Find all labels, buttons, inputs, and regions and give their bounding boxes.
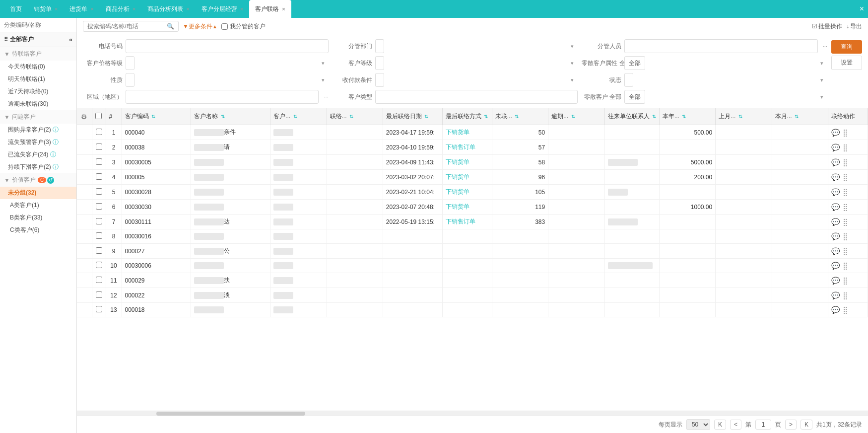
search-submit-icon[interactable]: 🔍	[167, 23, 174, 30]
refresh-icon[interactable]: ↺	[47, 177, 54, 184]
last-method-link[interactable]: 下销货单	[446, 158, 469, 165]
row-checkbox[interactable]	[96, 291, 102, 298]
prev-page-button[interactable]: <	[730, 420, 741, 430]
grid-icon[interactable]: ⣿	[843, 232, 848, 240]
retail-attr-select[interactable]: 全部	[624, 56, 645, 70]
row-checkbox[interactable]	[96, 188, 102, 195]
select-all-checkbox[interactable]	[95, 113, 102, 119]
more-btn[interactable]: ···	[324, 94, 328, 100]
last-method-link[interactable]: 下销售订单	[446, 144, 475, 150]
category-search-input[interactable]	[4, 21, 77, 28]
chat-icon[interactable]: 💬	[831, 173, 840, 181]
all-customers-item[interactable]: ⠿ 全部客户 «	[0, 32, 76, 47]
sidebar-item-class-c[interactable]: C类客户(6)	[0, 224, 76, 236]
next-page-button[interactable]: >	[785, 420, 797, 430]
retail-select[interactable]: 全部	[624, 90, 645, 104]
chat-icon[interactable]: 💬	[831, 188, 840, 196]
grid-icon[interactable]: ⣿	[843, 218, 848, 226]
page-number-input[interactable]	[755, 420, 771, 430]
grid-icon[interactable]: ⣿	[843, 129, 848, 137]
grid-icon[interactable]: ⣿	[843, 158, 848, 166]
grid-icon[interactable]: ⣿	[843, 262, 848, 270]
row-checkbox[interactable]	[96, 129, 102, 135]
nature-select[interactable]	[126, 73, 134, 87]
close-icon[interactable]: ×	[133, 6, 135, 12]
customer-type-input[interactable]	[375, 90, 578, 104]
close-icon[interactable]: ×	[240, 6, 243, 12]
chat-icon[interactable]: 💬	[831, 247, 840, 255]
chat-icon[interactable]: 💬	[831, 129, 840, 137]
sidebar-item-class-a[interactable]: A类客户(1)	[0, 199, 76, 212]
person-input[interactable]	[624, 39, 817, 53]
grid-icon[interactable]: ⣿	[843, 291, 848, 299]
more-btn[interactable]: ···	[823, 43, 827, 49]
row-checkbox[interactable]	[96, 247, 102, 254]
grid-icon[interactable]: ⣿	[843, 188, 848, 196]
chat-icon[interactable]: 💬	[831, 232, 840, 240]
last-method-link[interactable]: 下销售订单	[446, 218, 475, 225]
chat-icon[interactable]: 💬	[831, 158, 840, 166]
close-icon[interactable]: ×	[55, 6, 58, 12]
chat-icon[interactable]: 💬	[831, 306, 840, 314]
row-checkbox[interactable]	[96, 306, 102, 312]
per-page-select[interactable]: 50	[686, 419, 710, 430]
grid-icon[interactable]: ⣿	[843, 306, 848, 314]
tab-sales[interactable]: 销货单 ×	[28, 0, 64, 18]
chat-icon[interactable]: 💬	[831, 262, 840, 270]
tab-product-analysis-list[interactable]: 商品分析列表 ×	[141, 0, 195, 18]
last-method-link[interactable]: 下销货单	[446, 188, 469, 195]
chat-icon[interactable]: 💬	[831, 291, 840, 299]
export-button[interactable]: ↓ 导出	[846, 22, 862, 31]
customer-level-select[interactable]	[375, 56, 384, 70]
tab-purchase[interactable]: 进货单 ×	[64, 0, 99, 18]
last-method-link[interactable]: 下销货单	[446, 173, 469, 180]
more-conditions-button[interactable]: ▼ 更多条件 ▲	[183, 22, 217, 31]
sidebar-item-overdue-contact[interactable]: 逾期未联络(30)	[0, 98, 76, 110]
sidebar-item-7day-pending[interactable]: 近7天待联络(0)	[0, 85, 76, 98]
gear-icon[interactable]: ⚙	[81, 113, 87, 121]
phone-input[interactable]	[126, 39, 329, 53]
tab-home[interactable]: 首页	[4, 0, 28, 18]
row-checkbox[interactable]	[96, 277, 102, 283]
sidebar-item-class-b[interactable]: B类客户(33)	[0, 212, 76, 224]
my-customers-check[interactable]	[221, 23, 228, 30]
tab-customer-segmentation[interactable]: 客户分层经营 ×	[196, 0, 249, 18]
horizontal-scrollbar[interactable]	[77, 411, 868, 416]
tab-customer-contact[interactable]: 客户联络 ×	[249, 0, 291, 18]
grid-icon[interactable]: ⣿	[843, 144, 848, 151]
row-checkbox[interactable]	[96, 173, 102, 180]
dept-select[interactable]	[375, 39, 384, 53]
row-checkbox[interactable]	[96, 203, 102, 210]
close-icon[interactable]: ×	[90, 6, 93, 12]
row-checkbox[interactable]	[96, 262, 102, 268]
last-method-link[interactable]: 下销货单	[446, 129, 469, 136]
my-customers-checkbox[interactable]: 我分管的客户	[221, 22, 266, 31]
grid-icon[interactable]: ⣿	[843, 247, 848, 255]
last-method-link[interactable]: 下销货单	[446, 203, 469, 210]
first-page-button[interactable]: K	[714, 420, 726, 430]
sidebar-item-churned[interactable]: 已流失客户(24) ⓘ	[0, 148, 76, 161]
chat-icon[interactable]: 💬	[831, 218, 840, 226]
chat-icon[interactable]: 💬	[831, 277, 840, 285]
query-button[interactable]: 查询	[831, 40, 862, 54]
price-level-select[interactable]	[126, 56, 134, 70]
sidebar-item-unassigned[interactable]: 未分组(32)	[0, 187, 76, 199]
last-page-button[interactable]: K	[801, 420, 812, 430]
grid-icon[interactable]: ⣿	[843, 203, 848, 211]
window-close-button[interactable]: ×	[860, 4, 864, 13]
sidebar-item-churn-warning[interactable]: 流失预警客户(3) ⓘ	[0, 136, 76, 148]
sidebar-item-declining[interactable]: 持续下滑客户(2) ⓘ	[0, 161, 76, 173]
reset-button[interactable]: 设置	[831, 56, 862, 70]
sidebar-item-tomorrow-pending[interactable]: 明天待联络(1)	[0, 73, 76, 85]
row-checkbox[interactable]	[96, 144, 102, 150]
sidebar-item-hoarding-abnormal[interactable]: 囤购异常客户(2) ⓘ	[0, 124, 76, 136]
sidebar-item-today-pending[interactable]: 今天待联络(0)	[0, 61, 76, 73]
row-checkbox[interactable]	[96, 158, 102, 165]
region-input[interactable]	[126, 90, 319, 104]
chat-icon[interactable]: 💬	[831, 144, 840, 151]
row-checkbox[interactable]	[96, 218, 102, 224]
row-checkbox[interactable]	[96, 232, 102, 239]
search-input[interactable]	[87, 23, 167, 30]
grid-icon[interactable]: ⣿	[843, 173, 848, 181]
tab-product-analysis[interactable]: 商品分析 ×	[100, 0, 141, 18]
